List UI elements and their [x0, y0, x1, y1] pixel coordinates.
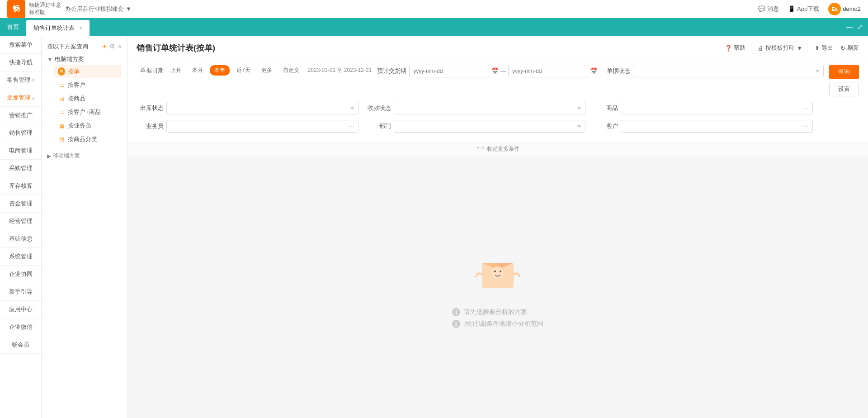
sidebar-item-search[interactable]: 搜索菜单 [0, 36, 41, 54]
chevron-up-icon: ▲ [31, 95, 36, 100]
doc-status-select[interactable] [633, 65, 824, 77]
sidebar-item-finance[interactable]: 资金管理 [0, 195, 41, 213]
sidebar-item-newguide[interactable]: 新手引导 [0, 283, 41, 301]
sidebar-item-basic[interactable]: 基础信息 [0, 230, 41, 248]
export-button[interactable]: ⬆ 导出 [815, 44, 833, 52]
app-download-button[interactable]: 📱 App下载 [788, 5, 819, 13]
sidebar-item-wholesale[interactable]: 批发管理 ▲ [0, 89, 41, 107]
hint-num-1: 1 [452, 308, 460, 316]
scheme-item-category[interactable]: ▤ 按商品分类 [54, 133, 122, 146]
filter-section: 单据日期 上月 本月 本年 近7天 更多 自定义 2023-01-01 至 20… [127, 58, 868, 141]
sidebar-item-purchase[interactable]: 采购管理 [0, 160, 41, 177]
date-btn-thisyear[interactable]: 本年 [210, 65, 230, 76]
scheme-item-customer[interactable]: ⚏ 按客户 [54, 79, 122, 91]
collapse-icon: ⌃⌃ [476, 146, 485, 152]
department-select[interactable] [394, 120, 586, 133]
order-scheme-icon: 单 [58, 68, 65, 75]
salesperson-picker-button[interactable]: ··· [348, 122, 354, 130]
svg-point-2 [494, 271, 496, 272]
scheme-item-product[interactable]: ▤ 按商品 [54, 92, 122, 105]
tab-bar: 首页 销售订单统计表 × — ⤢ [0, 18, 868, 36]
settings-scheme-icon[interactable]: ⚙ [109, 43, 115, 51]
date-btn-7days[interactable]: 近7天 [232, 65, 255, 76]
customer-label: 客户 [591, 122, 618, 130]
scheme-item-order[interactable]: 单 按单 [54, 65, 122, 78]
collapse-bar[interactable]: ⌃⌃ 收起更多条件 [127, 141, 868, 158]
payment-status-label: 收款状态 [364, 104, 391, 112]
tab-home[interactable]: 首页 [0, 18, 26, 36]
sidebar: 搜索菜单 快捷导航 零售管理 ▼ 批发管理 ▲ 营销推广 销售管理 电商管理 采… [0, 36, 42, 418]
top-bar: 畅 畅捷通好生意 标准版 办公用品行业模拟账套 ▼ 💬 消息 📱 App下载 E… [0, 0, 868, 18]
date-separator: — [500, 68, 506, 75]
doc-status-label: 单据状态 [603, 67, 630, 75]
collapse-scheme-icon[interactable]: « [118, 43, 122, 51]
page-title: 销售订单统计表(按单) [137, 43, 215, 53]
scheme-item-customer-product[interactable]: ⚏ 按客户+商品 [54, 106, 122, 119]
date-label: 单据日期 [137, 66, 164, 75]
date-range-text: 2023-01-01 至 2023-12-31 [308, 66, 372, 74]
scheme-item-salesperson[interactable]: ▦ 按业务员 [54, 119, 122, 132]
tab-bar-actions: — ⤢ [846, 24, 868, 31]
scheme-header: 按以下方案查询 + ⚙ « [42, 40, 127, 53]
sidebar-item-inventory[interactable]: 库存核算 [0, 177, 41, 195]
calendar-icon-start[interactable]: 📅 [491, 67, 499, 75]
sidebar-item-sales[interactable]: 销售管理 [0, 124, 41, 142]
help-button[interactable]: ❓ 帮助 [725, 44, 745, 52]
chevron-right-icon: ▶ [47, 153, 51, 159]
user-name: demo2 [843, 5, 861, 12]
top-bar-right: 💬 消息 📱 App下载 Ea demo2 [758, 3, 861, 15]
tab-minimize-button[interactable]: — [846, 24, 853, 31]
message-button[interactable]: 💬 消息 [758, 5, 779, 13]
sidebar-item-system[interactable]: 系统管理 [0, 248, 41, 266]
pc-scheme-header[interactable]: ▼ 电脑端方案 [47, 55, 122, 63]
mobile-scheme-section: ▶ 移动端方案 [42, 148, 127, 163]
app-name: 畅捷通好生意 标准版 [29, 2, 61, 16]
svg-point-1 [491, 266, 504, 279]
sidebar-item-appstore[interactable]: 应用中心 [0, 301, 41, 318]
sidebar-item-operation[interactable]: 经营管理 [0, 213, 41, 230]
tab-close-icon[interactable]: × [79, 25, 82, 31]
top-bar-left: 畅 畅捷通好生意 标准版 办公用品行业模拟账套 ▼ [7, 0, 132, 18]
user-info[interactable]: Ea demo2 [828, 3, 861, 15]
product-picker-button[interactable]: ··· [803, 104, 809, 112]
date-btn-lastmonth[interactable]: 上月 [166, 65, 185, 76]
customer-picker-button[interactable]: ··· [803, 122, 809, 130]
empty-illustration [471, 245, 525, 299]
company-selector[interactable]: 办公用品行业模拟账套 ▼ [65, 5, 132, 13]
query-button[interactable]: 查询 [829, 65, 859, 79]
sidebar-item-ecommerce[interactable]: 电商管理 [0, 142, 41, 160]
hint-num-2: 2 [452, 320, 460, 328]
refresh-icon: ↻ [840, 45, 845, 52]
add-scheme-icon[interactable]: + [103, 43, 107, 51]
tab-sales-statistics[interactable]: 销售订单统计表 × [26, 20, 90, 36]
sidebar-item-retail[interactable]: 零售管理 ▼ [0, 71, 41, 89]
settings-button[interactable]: 设置 [829, 82, 859, 96]
category-scheme-icon: ▤ [58, 136, 65, 143]
calendar-icon-end[interactable]: 📅 [590, 67, 598, 75]
empty-hint-2: 2 用[过滤]条件来缩小分析范围 [452, 320, 543, 328]
expected-date-end[interactable] [508, 65, 588, 77]
expected-date-start[interactable] [409, 65, 489, 77]
date-btn-custom[interactable]: 自定义 [279, 65, 303, 76]
sidebar-item-wechat[interactable]: 企业微信 [0, 318, 41, 336]
print-button[interactable]: 🖨 按模板打印 ▼ [753, 42, 807, 54]
app-logo: 畅 [7, 0, 25, 18]
empty-state: 1 请先选择要分析的方案 2 用[过滤]条件来缩小分析范围 [127, 158, 868, 418]
sidebar-item-marketing[interactable]: 营销推广 [0, 107, 41, 124]
customer-scheme-icon: ⚏ [58, 81, 65, 89]
page-actions: ❓ 帮助 🖨 按模板打印 ▼ ⬆ 导出 ↻ 刷新 [725, 42, 859, 54]
chevron-down-icon: ▼ [47, 56, 53, 63]
sidebar-item-quicknav[interactable]: 快捷导航 [0, 54, 41, 71]
sidebar-item-member[interactable]: 畅会员 [0, 336, 41, 354]
refresh-button[interactable]: ↻ 刷新 [840, 44, 859, 52]
scheme-panel: 按以下方案查询 + ⚙ « ▼ 电脑端方案 单 按单 [42, 36, 127, 418]
tab-maximize-button[interactable]: ⤢ [857, 24, 863, 31]
date-btn-more[interactable]: 更多 [257, 65, 276, 76]
date-btn-thismonth[interactable]: 本月 [188, 65, 207, 76]
product-label: 商品 [591, 104, 618, 112]
sidebar-item-enterprise[interactable]: 企业协同 [0, 266, 41, 283]
mobile-scheme-header[interactable]: ▶ 移动端方案 [47, 150, 122, 162]
payment-status-select[interactable] [394, 102, 586, 114]
logo-icon: 畅 [13, 4, 20, 14]
out-status-select[interactable] [166, 102, 359, 114]
